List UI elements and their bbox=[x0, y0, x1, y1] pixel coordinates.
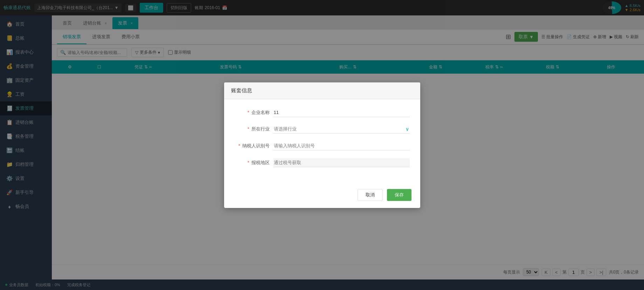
required-star: * bbox=[248, 110, 249, 115]
tax-region-label-text: 报税地区 bbox=[251, 160, 270, 165]
tax-id-input[interactable] bbox=[273, 141, 410, 150]
modal-title: 账套信息 bbox=[231, 87, 252, 93]
tax-id-label: * 纳税人识别号 bbox=[235, 143, 273, 149]
modal-dialog: 账套信息 * 企业名称 * 所在行业 ∨ bbox=[224, 82, 420, 208]
required-star2: * bbox=[248, 126, 249, 131]
tax-region-input bbox=[273, 158, 410, 167]
form-row-tax-region: * 报税地区 bbox=[235, 158, 410, 167]
save-button[interactable]: 保存 bbox=[387, 189, 411, 201]
modal-footer: 取消 保存 bbox=[224, 184, 420, 208]
industry-input[interactable] bbox=[274, 126, 406, 131]
company-name-input[interactable] bbox=[273, 108, 410, 117]
industry-label: * 所在行业 bbox=[235, 126, 273, 132]
required-star4: * bbox=[248, 160, 249, 165]
company-label-text: 企业名称 bbox=[251, 110, 270, 115]
form-row-industry: * 所在行业 ∨ bbox=[235, 125, 410, 134]
modal-body: * 企业名称 * 所在行业 ∨ * 纳税人识 bbox=[224, 99, 420, 184]
tax-id-label-text: 纳税人识别号 bbox=[242, 143, 270, 148]
form-row-company: * 企业名称 bbox=[235, 108, 410, 117]
form-row-tax-id: * 纳税人识别号 bbox=[235, 141, 410, 150]
industry-select-wrapper[interactable]: ∨ bbox=[273, 125, 410, 134]
industry-label-text: 所在行业 bbox=[251, 126, 270, 131]
industry-chevron-icon: ∨ bbox=[406, 126, 409, 132]
cancel-button[interactable]: 取消 bbox=[358, 189, 383, 201]
modal-header: 账套信息 bbox=[224, 82, 420, 99]
required-star3: * bbox=[238, 143, 240, 148]
tax-region-label: * 报税地区 bbox=[235, 160, 273, 166]
company-label: * 企业名称 bbox=[235, 109, 273, 116]
modal-overlay: 账套信息 * 企业名称 * 所在行业 ∨ bbox=[0, 0, 644, 290]
